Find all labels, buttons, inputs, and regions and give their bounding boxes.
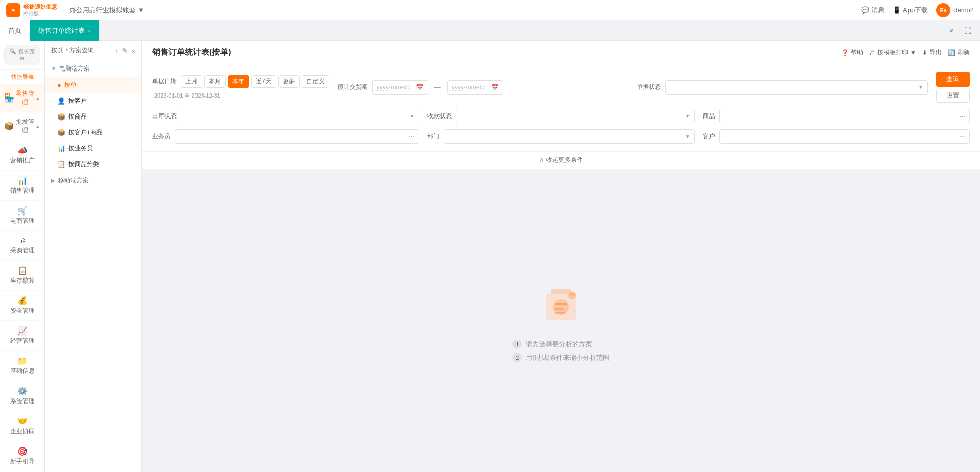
calendar2-icon: 📅 — [491, 84, 499, 91]
operation-icon: 📈 — [17, 326, 28, 336]
scheme-item-by-goods[interactable]: 📦 按商品 — [45, 109, 141, 125]
customer-more-icon[interactable]: ··· — [959, 132, 965, 140]
download-icon: 📱 — [893, 6, 901, 14]
order-status-field: 单据状态 ▼ — [636, 80, 928, 95]
svg-rect-2 — [551, 289, 571, 294]
sidebar: 🔍 搜索菜单 快捷导航 🏪 零售管理 ▲ 📦 批发管理 ▲ 📣 营销推广 📊 销… — [0, 41, 45, 472]
scheme-group-mobile[interactable]: ▶ 移动端方案 — [45, 172, 141, 189]
ecommerce-icon: 🛒 — [17, 206, 28, 216]
date-btn-group: 上月 本月 本年 近7天 更多 自定义 — [181, 75, 329, 88]
empty-illustration — [535, 279, 586, 332]
customer-icon: 👤 — [57, 97, 65, 105]
this-month-btn[interactable]: 本月 — [204, 75, 226, 88]
scheme-item-by-order[interactable]: ● 按单 — [45, 77, 141, 93]
this-year-btn[interactable]: 本年 — [228, 75, 249, 88]
sidebar-item-system[interactable]: ⚙️ 系统管理 — [0, 381, 44, 411]
sidebar-item-enterprise[interactable]: 🤝 企业协同 — [0, 411, 44, 441]
tab-sales-order[interactable]: 销售订单统计表 × — [30, 20, 100, 41]
scheme-item-by-customer[interactable]: 👤 按客户 — [45, 93, 141, 109]
goods-field: 商品 ··· — [703, 109, 970, 123]
header-left: 畅捷通好生意 标准版 办公用品行业模拟账套 ▼ — [6, 3, 144, 17]
tab-actions: × ⛶ — [945, 25, 980, 37]
dept-chevron-icon: ▼ — [685, 134, 690, 139]
delivery-status-select[interactable]: ▼ — [181, 109, 419, 123]
user-avatar: Ea — [936, 3, 950, 17]
salesperson-select[interactable]: ··· — [175, 129, 419, 144]
scheme-panel: 按以下方案查询 + ✎ « ▼ 电脑端方案 ● 按单 👤 按客户 — [45, 41, 142, 472]
export-btn[interactable]: ⬇ 导出 — [922, 48, 942, 57]
sidebar-item-operation[interactable]: 📈 经营管理 — [0, 321, 44, 351]
app-download-btn[interactable]: 📱 App下载 — [893, 6, 928, 15]
sidebar-item-marketing[interactable]: 📣 营销推广 — [0, 140, 44, 171]
message-btn[interactable]: 💬 消息 — [861, 6, 885, 15]
help-icon: ❓ — [841, 49, 849, 56]
tip-num-2: 2 — [512, 353, 522, 362]
expected-date-from-input[interactable]: yyyy-mm-dd 📅 — [372, 80, 428, 95]
group-arrow-icon: ▼ — [51, 66, 56, 72]
payment-status-field: 收款状态 ▼ — [427, 109, 694, 123]
sidebar-item-wholesale[interactable]: 📦 批发管理 ▲ — [0, 112, 44, 140]
customer-select[interactable]: ··· — [719, 129, 970, 144]
content-area: 按以下方案查询 + ✎ « ▼ 电脑端方案 ● 按单 👤 按客户 — [45, 41, 980, 472]
help-btn[interactable]: ❓ 帮助 — [841, 48, 863, 57]
svg-rect-6 — [555, 312, 565, 314]
search-button[interactable]: 查询 — [936, 72, 970, 87]
custom-btn[interactable]: 自定义 — [302, 75, 329, 88]
add-scheme-btn[interactable]: + — [115, 46, 119, 55]
salesperson-icon: 📊 — [57, 145, 65, 152]
user-area[interactable]: Ea demo2 — [936, 3, 974, 17]
refresh-btn[interactable]: 🔄 刷新 — [948, 48, 970, 57]
collapse-bar[interactable]: ∧ 收起更多条件 — [142, 151, 980, 169]
last-month-btn[interactable]: 上月 — [181, 75, 202, 88]
scheme-panel-header: 按以下方案查询 + ✎ « — [45, 41, 141, 60]
salesperson-more-icon[interactable]: ··· — [409, 132, 415, 140]
delivery-chevron-icon: ▼ — [409, 113, 414, 119]
department-select[interactable]: ▼ — [444, 129, 694, 144]
sidebar-item-purchase[interactable]: 🛍 采购管理 — [0, 231, 44, 261]
finance-icon: 💰 — [17, 296, 28, 305]
print-icon: 🖨 — [869, 49, 875, 56]
more-btn[interactable]: 更多 — [278, 75, 300, 88]
payment-status-select[interactable]: ▼ — [456, 109, 694, 123]
expected-date-to-input[interactable]: yyyy-mm-dd 📅 — [447, 80, 503, 95]
svg-point-7 — [568, 291, 576, 299]
sidebar-item-finance[interactable]: 💰 资金管理 — [0, 291, 44, 321]
scheme-group-pc[interactable]: ▼ 电脑端方案 — [45, 60, 141, 77]
sidebar-item-retail[interactable]: 🏪 零售管理 ▲ — [0, 84, 44, 112]
page-header-actions: ❓ 帮助 🖨 按模板打印 ▼ ⬇ 导出 🔄 刷新 — [841, 48, 970, 63]
scheme-item-by-goods-category[interactable]: 📋 按商品分类 — [45, 156, 141, 172]
goods-icon: 📦 — [57, 113, 65, 121]
collapse-scheme-btn[interactable]: « — [131, 46, 135, 55]
filter-actions: 查询 设置 — [936, 72, 970, 103]
department-field: 部门 ▼ — [427, 129, 694, 144]
sidebar-item-ecommerce[interactable]: 🛒 电商管理 — [0, 201, 44, 231]
tab-home[interactable]: 首页 — [0, 20, 30, 41]
window-close-btn[interactable]: × — [945, 25, 958, 37]
goods-select[interactable]: ··· — [719, 109, 970, 123]
sidebar-item-inventory[interactable]: 📋 库存核算 — [0, 261, 44, 291]
calendar-icon: 📅 — [416, 84, 424, 91]
date-field: 单据日期 上月 本月 本年 近7天 更多 自定义 2023-01-01 至 20… — [152, 75, 329, 100]
window-max-btn[interactable]: ⛶ — [962, 25, 974, 37]
sidebar-item-sales[interactable]: 📊 销售管理 — [0, 171, 44, 201]
search-menu-btn[interactable]: 🔍 搜索菜单 — [4, 45, 40, 65]
template-print-btn[interactable]: 🖨 按模板打印 ▼ — [869, 48, 916, 57]
setting-button[interactable]: 设置 — [936, 89, 970, 103]
order-status-select[interactable]: ▼ — [665, 80, 928, 95]
scheme-item-by-customer-goods[interactable]: 📦 按客户+商品 — [45, 125, 141, 140]
newuser-icon: 🎯 — [17, 446, 28, 456]
tab-close-icon[interactable]: × — [88, 28, 91, 34]
wholesale-icon: 📦 — [4, 121, 14, 131]
svg-rect-4 — [555, 303, 567, 305]
goods-more-icon[interactable]: ··· — [959, 112, 965, 120]
empty-tip-1: 1 请先选择要分析的方案 — [512, 340, 609, 349]
logo-icon — [6, 3, 20, 17]
edit-scheme-btn[interactable]: ✎ — [122, 46, 128, 55]
scheme-item-by-salesperson[interactable]: 📊 按业务员 — [45, 140, 141, 156]
sidebar-item-base[interactable]: 📁 基础信息 — [0, 351, 44, 381]
sidebar-item-newuser[interactable]: 🎯 新手引导 — [0, 441, 44, 471]
quick-nav-btn[interactable]: 快捷导航 — [0, 70, 44, 84]
last7days-btn[interactable]: 近7天 — [251, 75, 276, 88]
main-layout: 🔍 搜索菜单 快捷导航 🏪 零售管理 ▲ 📦 批发管理 ▲ 📣 营销推广 📊 销… — [0, 41, 980, 472]
tip-num-1: 1 — [512, 340, 522, 349]
